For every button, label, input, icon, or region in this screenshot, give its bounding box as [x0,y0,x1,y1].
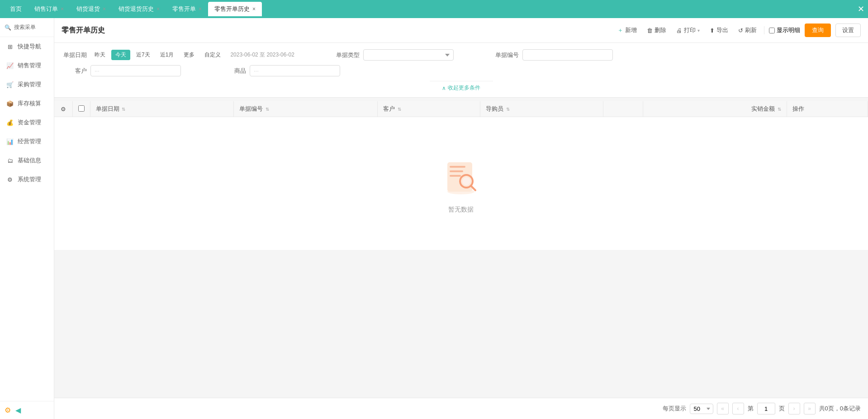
basic-info-icon: 🗂 [6,156,14,165]
product-input[interactable]: ··· [250,65,340,76]
customer-col-label: 客户 [383,105,395,112]
delete-button[interactable]: 🗑 删除 [644,24,669,36]
tab-sales-order-close[interactable]: × [61,6,64,12]
toolbar: ＋ 新增 🗑 删除 🖨 打印 ▾ ⬆ 导出 ↺ 刷新 [615,24,861,37]
doc-no-input[interactable] [522,49,613,61]
operations-icon: 📊 [6,137,14,146]
tab-retail-open-history-close[interactable]: × [252,6,256,12]
date-range-display: 2023-06-02 至 2023-06-02 [230,51,294,59]
salesperson-col-label: 导购员 [486,105,503,112]
date-btn-yesterday[interactable]: 昨天 [90,50,109,60]
date-btn-last7[interactable]: 近7天 [132,50,154,60]
print-button[interactable]: 🖨 打印 ▾ [674,24,702,36]
customer-col-header[interactable]: 客户 ⇅ [378,101,480,117]
page-header: 零售开单历史 ＋ 新增 🗑 删除 🖨 打印 ▾ ⬆ 导出 [54,18,868,43]
table-wrapper: ⚙ 单据日期 ⇅ 单据编号 ⇅ 客户 [54,98,868,398]
page-number-input[interactable] [757,403,775,414]
product-filter-label: 商品 [221,67,246,75]
date-col-header[interactable]: 单据日期 ⇅ [90,101,234,117]
settings-button[interactable]: 设置 [835,24,861,37]
export-button[interactable]: ⬆ 导出 [707,24,731,36]
doc-type-filter-label: 单据类型 [334,51,360,59]
salesperson-col-header[interactable]: 导购员 ⇅ [480,101,603,117]
sidebar-settings-button[interactable]: ⚙ [5,406,11,414]
sidebar-search-label: 搜索采单 [14,24,36,31]
sidebar-item-operations-label: 经营管理 [18,137,41,146]
date-sort-icon: ⇅ [122,107,125,112]
tab-sales-return-close[interactable]: × [103,6,106,12]
tab-retail-open[interactable]: 零售开单 × [166,2,208,16]
tab-sales-order[interactable]: 销售订单 × [28,2,70,16]
add-button[interactable]: ＋ 新增 [615,24,640,36]
amount-col-header[interactable]: 实销金额 ⇅ [643,101,787,117]
next-page-button[interactable]: › [788,403,800,414]
sidebar-item-operations[interactable]: 📊 经营管理 [0,132,54,151]
first-page-button[interactable]: « [717,403,729,414]
refresh-label: 刷新 [745,26,757,34]
table-header: ⚙ 单据日期 ⇅ 单据编号 ⇅ 客户 [54,101,868,117]
export-icon: ⬆ [710,27,715,34]
sidebar-item-quick-nav[interactable]: ⊞ 快捷导航 [0,37,54,56]
purchase-mgmt-icon: 🛒 [6,80,14,89]
settings-col-header[interactable]: ⚙ [54,101,72,117]
refresh-button[interactable]: ↺ 刷新 [735,24,759,36]
filter-panel: 单据日期 昨天 今天 近7天 近1月 更多 自定义 2023-06-02 至 2… [54,43,868,98]
tab-sales-return[interactable]: 销货退货 × [70,2,112,16]
sidebar-item-sales-mgmt-label: 销售管理 [18,61,41,70]
sidebar-item-basic-info[interactable]: 🗂 基础信息 [0,151,54,170]
query-button[interactable]: 查询 [805,24,831,37]
tab-sales-return-history-close[interactable]: × [157,6,160,12]
empty-text: 暂无数据 [448,206,474,214]
date-btn-more[interactable]: 更多 [180,50,199,60]
sidebar-item-inventory-label: 库存核算 [18,99,41,108]
sales-mgmt-icon: 📈 [6,61,14,70]
tab-retail-open-history[interactable]: 零售开单历史 × [208,2,262,16]
sidebar-item-purchase-mgmt-label: 采购管理 [18,80,41,89]
empty-state: 暂无数据 [54,117,868,250]
extra-col-header [603,101,643,117]
customer-input[interactable]: ··· [90,65,181,76]
sidebar-item-sales-mgmt[interactable]: 📈 销售管理 [0,56,54,75]
sidebar-search[interactable]: 🔍 搜索采单 [0,18,54,37]
export-label: 导出 [716,26,728,34]
sidebar-footer: ⚙ ◀ [0,401,54,419]
quick-nav-icon: ⊞ [6,42,14,51]
date-btn-custom[interactable]: 自定义 [200,50,225,60]
add-label: 新增 [625,26,637,34]
tab-retail-open-history-label: 零售开单历史 [214,5,250,13]
search-icon: 🔍 [5,24,11,31]
prev-page-button[interactable]: ‹ [732,403,744,414]
tab-sales-return-history[interactable]: 销货退货历史 × [112,2,166,16]
collapse-more-conditions[interactable]: ∧ 收起更多条件 [430,81,493,92]
main-layout: 🔍 搜索采单 ⊞ 快捷导航 📈 销售管理 🛒 采购管理 📦 库存核算 💰 [0,18,868,419]
docno-sort-icon: ⇅ [266,107,269,112]
tab-retail-open-close[interactable]: × [199,6,202,12]
sidebar-item-purchase-mgmt[interactable]: 🛒 采购管理 [0,75,54,94]
tab-bar: 首页 销售订单 × 销货退货 × 销货退货历史 × 零售开单 × 零售开单历史 … [0,0,868,18]
sidebar-item-basic-info-label: 基础信息 [18,156,41,165]
display-detail-checkbox-wrapper[interactable]: 显示明细 [769,26,800,34]
date-btn-today[interactable]: 今天 [111,50,130,60]
last-page-button[interactable]: » [804,403,816,414]
doc-no-filter-label: 单据编号 [493,51,519,59]
window-close-button[interactable]: ✕ [858,5,864,13]
date-filter-label: 单据日期 [62,51,87,59]
empty-icon [438,153,484,198]
docno-col-header[interactable]: 单据编号 ⇅ [234,101,378,117]
select-all-checkbox[interactable] [78,105,85,112]
page-size-select[interactable]: 50 10 20 100 [690,404,713,414]
content-area: 零售开单历史 ＋ 新增 🗑 删除 🖨 打印 ▾ ⬆ 导出 [54,18,868,419]
page-label: 第 [748,405,754,413]
sidebar-collapse-button[interactable]: ◀ [15,406,21,414]
tab-sales-return-history-label: 销货退货历史 [119,5,154,13]
tab-home[interactable]: 首页 [4,2,28,16]
sidebar-item-sys-mgmt[interactable]: ⚙ 系统管理 [0,170,54,189]
docno-col-label: 单据编号 [239,105,263,112]
sidebar-item-finance[interactable]: 💰 资金管理 [0,113,54,132]
display-detail-checkbox[interactable] [769,28,775,33]
customer-filter-label: 客户 [62,67,87,75]
filter-row-date: 单据日期 昨天 今天 近7天 近1月 更多 自定义 2023-06-02 至 2… [62,49,861,61]
doc-type-select[interactable] [363,49,454,61]
date-btn-last-month[interactable]: 近1月 [156,50,178,60]
sidebar-item-inventory[interactable]: 📦 库存核算 [0,94,54,113]
